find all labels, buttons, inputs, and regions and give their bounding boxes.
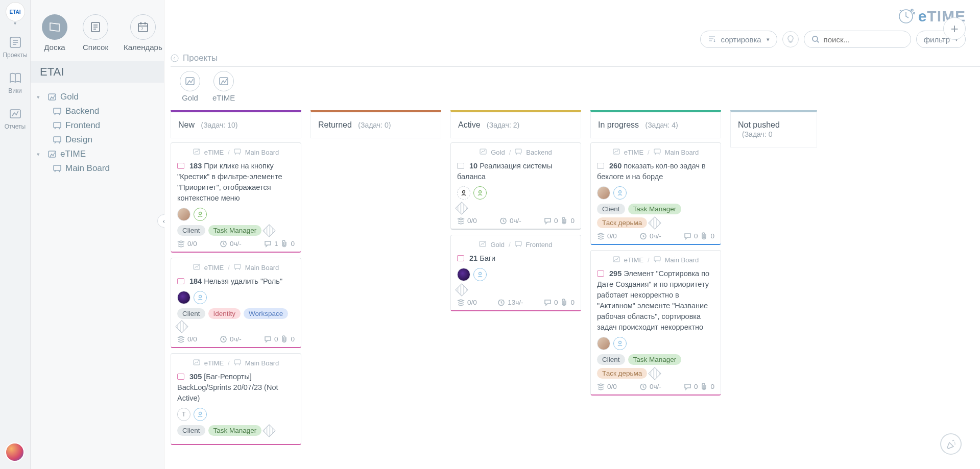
avatar[interactable] — [473, 186, 487, 200]
avatar[interactable] — [613, 186, 627, 200]
logo[interactable]: ETAI — [6, 2, 25, 21]
clock-icon — [897, 7, 915, 26]
svg-point-15 — [171, 55, 178, 62]
project-icon — [193, 148, 200, 157]
tree-board-backend[interactable]: Backend — [34, 104, 161, 118]
task-id: 305 — [189, 373, 202, 381]
avatar[interactable]: T — [177, 408, 190, 421]
search-input[interactable] — [824, 35, 903, 44]
tree-board-frontend[interactable]: Frontend — [34, 118, 161, 133]
project-tree: ▾ Gold Backend Frontend Design ▾ eTIME M… — [31, 83, 164, 183]
search-input-wrap[interactable] — [804, 31, 911, 48]
assistant-button[interactable] — [782, 31, 799, 47]
time: 0ч/- — [220, 240, 242, 248]
tag[interactable]: Task Manager — [628, 354, 682, 365]
nav-label: Проекты — [3, 52, 27, 59]
board-icon — [234, 359, 241, 367]
avatar[interactable] — [597, 186, 610, 200]
progress: 0/0 — [177, 240, 197, 248]
nav-reports[interactable]: Отчеты — [1, 107, 30, 130]
cards: eTIME / Main Board 183 При клике на кноп… — [171, 142, 301, 445]
view-label: Список — [83, 43, 108, 52]
svg-point-36 — [479, 273, 482, 275]
tag[interactable]: Task Manager — [208, 425, 262, 436]
card-title: 305 [Баг-Репорты] BackLog/Sprints 20/07/… — [177, 372, 295, 404]
kanban-column: Active (Задач: 2) Gold / Backend 10 Реал… — [450, 110, 581, 455]
tag[interactable]: Identity — [208, 308, 241, 319]
svg-point-31 — [463, 191, 465, 193]
avatar[interactable] — [457, 186, 470, 200]
column-header: In progress (Задач: 4) — [590, 110, 721, 138]
task-card[interactable]: eTIME / Main Board 260 показать кол-во з… — [590, 142, 721, 245]
view-list[interactable]: Список — [83, 14, 108, 52]
avatar[interactable] — [194, 291, 207, 304]
avatar[interactable] — [457, 268, 470, 281]
svg-rect-27 — [234, 360, 241, 364]
task-card[interactable]: eTIME / Main Board 183 При клике на кноп… — [171, 142, 301, 253]
helper-button[interactable] — [940, 433, 962, 455]
progress: 0/0 — [597, 383, 617, 390]
task-card[interactable]: Gold / Frontend 21 Баги 0/0 13ч/- 00 — [450, 235, 581, 311]
task-card[interactable]: eTIME / Main Board 184 Нельзя удалить "Р… — [171, 258, 301, 348]
board-icon — [53, 135, 62, 144]
card-path: Gold / Frontend — [457, 240, 575, 249]
avatar[interactable] — [613, 337, 627, 350]
svg-point-44 — [619, 341, 622, 344]
add-button[interactable]: + — [943, 17, 966, 40]
tag[interactable]: Task Manager — [208, 225, 262, 236]
tag[interactable]: Таск дерьма — [597, 368, 647, 379]
tree-board-design[interactable]: Design — [34, 133, 161, 147]
avatar[interactable] — [473, 268, 487, 281]
logo-chevron-icon[interactable]: ▾ — [14, 20, 16, 26]
avatar[interactable] — [194, 408, 207, 421]
diamond-icon — [649, 216, 661, 229]
sort-button[interactable]: сортировка ▾ — [700, 31, 777, 48]
svg-point-32 — [479, 191, 482, 193]
svg-rect-23 — [234, 264, 241, 268]
svg-rect-10 — [54, 165, 61, 170]
tags: ClientTask Manager — [177, 225, 295, 236]
avatar[interactable] — [597, 337, 610, 350]
tag[interactable]: Client — [177, 425, 205, 436]
tag[interactable]: Client — [597, 354, 625, 365]
chip-label: Gold — [182, 93, 198, 102]
column-count: (Задач: 0) — [358, 121, 391, 129]
project-chip-etime[interactable]: eTIME — [212, 71, 235, 102]
task-card[interactable]: eTIME / Main Board 295 Элемент "Сортиров… — [590, 250, 721, 396]
tag[interactable]: Таск дерьма — [597, 217, 647, 228]
nav-projects[interactable]: Проекты — [1, 35, 30, 59]
tag[interactable]: Client — [597, 204, 625, 214]
column-title: Active — [458, 120, 481, 129]
column-title: New — [178, 120, 195, 129]
card-path: eTIME / Main Board — [597, 148, 714, 157]
view-board[interactable]: Доска — [42, 14, 67, 52]
time: 0ч/- — [499, 217, 521, 225]
task-id: 184 — [189, 277, 202, 285]
svg-rect-30 — [515, 149, 521, 153]
tag[interactable]: Client — [177, 308, 205, 319]
tag[interactable]: Workspace — [244, 308, 288, 319]
tag[interactable]: Client — [177, 225, 205, 236]
card-path: eTIME / Main Board — [177, 263, 295, 272]
tree-board-mainboard[interactable]: Main Board — [34, 161, 161, 176]
diamond-icon — [455, 202, 468, 214]
avatars — [597, 337, 714, 350]
task-card[interactable]: Gold / Backend 10 Реализация системы бал… — [450, 142, 581, 230]
avatar[interactable] — [194, 208, 207, 221]
nav-wiki[interactable]: Вики — [1, 71, 30, 94]
view-calendar[interactable]: 7 Календарь — [124, 14, 162, 52]
folder-icon — [597, 270, 604, 277]
avatar[interactable] — [177, 291, 190, 304]
avatar[interactable] — [177, 208, 190, 221]
avatars — [177, 208, 295, 221]
user-avatar[interactable] — [5, 442, 25, 462]
column-header: Active (Задач: 2) — [450, 110, 581, 138]
tag[interactable]: Task Manager — [628, 204, 682, 214]
svg-rect-19 — [234, 149, 241, 153]
board-icon — [515, 148, 522, 157]
project-chip-gold[interactable]: Gold — [180, 71, 200, 102]
task-card[interactable]: eTIME / Main Board 305 [Баг-Репорты] Bac… — [171, 353, 301, 445]
tree-project-gold[interactable]: ▾ Gold — [34, 90, 161, 104]
breadcrumb[interactable]: Проекты — [164, 50, 980, 63]
tree-project-etime[interactable]: ▾ eTIME — [34, 147, 161, 161]
